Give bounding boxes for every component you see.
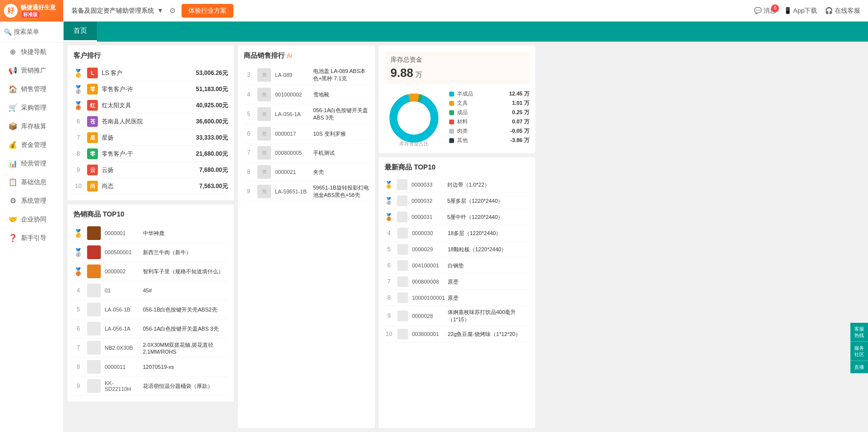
- online-service[interactable]: 🎧 在线客服: [825, 6, 860, 15]
- topbar-right: 💬 消息 6 📱 App下载 🎧 在线客服: [754, 6, 860, 15]
- hot-product-row: 🥈 000500001 新西兰牛肉（新牛）: [73, 243, 228, 262]
- nav-label-guide: 新手引导: [21, 234, 46, 242]
- left-col: 客户排行 🥇 L LS 客户 53,006.26元 🥈 零 零售客户-许 51,…: [68, 46, 234, 428]
- product-name: 12070519-xs: [143, 364, 228, 370]
- customer-rank-row: 8 零 零售客户-于 21,680.00元: [73, 146, 228, 162]
- newest-rank: 4: [385, 230, 393, 237]
- product-code: NB2.0X30B: [105, 345, 139, 351]
- floating-buttons: 客服热线服务社区直播: [850, 323, 868, 373]
- system-dropdown-button[interactable]: ▼: [157, 7, 163, 14]
- customer-rank-row: 🥈 零 零售客户-许 51,183.00元: [73, 81, 228, 97]
- sidebar-item-marketing[interactable]: 📢 营销推广: [0, 61, 63, 80]
- sidebar-search[interactable]: 🔍 搜索菜单: [0, 22, 63, 43]
- nav-icon-inventory: 📦: [8, 122, 17, 131]
- product-code: 0000001: [105, 230, 139, 236]
- settings-button[interactable]: ⚙: [169, 6, 176, 15]
- product-rank-list: 3 图 LA-089 电池盖 LA-089 ABS本色+黑种 7.1克 4 图 …: [244, 65, 369, 202]
- rank-num: 3: [244, 72, 253, 78]
- rank-num: 7: [244, 149, 253, 156]
- messages-badge[interactable]: 💬 消息 6: [754, 6, 777, 15]
- legend-item: 其他 -3.86 万: [449, 137, 529, 144]
- svg-point-1: [393, 97, 434, 139]
- customer-rank-row: 10 尚 尚态 7,563.00元: [73, 178, 228, 194]
- legend-name: 成品: [457, 109, 509, 116]
- newest-product-row: 8 10000100001 原垄: [385, 290, 529, 306]
- sidebar-item-purchase[interactable]: 🛒 采购管理: [0, 98, 63, 117]
- nav-icon-operation: 📊: [8, 159, 17, 168]
- product-name: 45#: [143, 288, 228, 293]
- newest-name: 18多层（1220*2440）: [448, 230, 529, 237]
- legend-name: 其他: [457, 137, 507, 144]
- newest-product-row: 4 0000030 18多层（1220*2440）: [385, 225, 529, 241]
- legend-name: 文具: [457, 99, 509, 107]
- donut-chart: 库存资金占比: [385, 89, 443, 147]
- newest-name: 白钢垫: [448, 262, 529, 269]
- sidebar-item-guide[interactable]: ❓ 新手引导: [0, 229, 63, 247]
- newest-product-row: 🥉 0000031 5厘中纤（1220*2440）: [385, 209, 529, 225]
- sidebar-item-system[interactable]: ⚙ 系统管理: [0, 192, 63, 210]
- product-thumb: 图: [257, 127, 271, 141]
- product-name: 59651-1B旋转投影灯电池盒ABS黑色+58壳: [313, 184, 369, 199]
- legend-item: 成品 0.25 万: [449, 109, 529, 116]
- logo-text: 畅捷通好生意 标准版: [21, 4, 56, 18]
- product-code: 001000002: [275, 92, 309, 97]
- newest-name: 22g鱼豆腐-烧烤味（1*12*20）: [448, 331, 529, 338]
- sidebar-item-operation[interactable]: 📊 经营管理: [0, 154, 63, 173]
- hot-product-row: 6 LA-056-1A 056-1A白色按键开关盖ABS 3壳: [73, 319, 228, 338]
- floating-btn-服务社区[interactable]: 服务社区: [850, 342, 868, 361]
- tab-home[interactable]: 首页: [64, 22, 97, 42]
- trial-button[interactable]: 体验行业方案: [182, 4, 233, 18]
- nav-icon-basic: 📋: [8, 178, 17, 187]
- product-thumb: [87, 322, 101, 336]
- rank-value: 21,680.00元: [196, 150, 228, 158]
- product-rank-row: 4 图 001000002 雪地靴: [244, 85, 369, 104]
- newest-name: 原垄: [448, 278, 529, 286]
- newest-code: 0000031: [411, 214, 443, 220]
- hot-product-row: 7 NB2.0X30B 2.0X30MM双搓花轴,搓花直径2.1MM/ROHS: [73, 338, 228, 358]
- rank-medal: 🥈: [73, 248, 83, 257]
- newest-thumb: [397, 329, 408, 339]
- inventory-title: 库存总资金: [390, 55, 524, 64]
- mobile-icon: 📱: [784, 7, 792, 14]
- product-thumb: [87, 284, 101, 297]
- legend-item: 材料 0.07 万: [449, 118, 529, 125]
- app-download[interactable]: 📱 App下载: [784, 6, 817, 15]
- sidebar-item-inventory[interactable]: 📦 库存核算: [0, 117, 63, 136]
- sidebar-item-basic[interactable]: 📋 基础信息: [0, 173, 63, 192]
- sidebar-item-finance[interactable]: 💰 资金管理: [0, 136, 63, 154]
- product-name: 中华神鹿: [143, 230, 228, 237]
- newest-rank: 6: [385, 262, 393, 269]
- newest-thumb: [397, 228, 408, 239]
- newest-product-row: 7 000800008 原垄: [385, 274, 529, 290]
- floating-btn-直播[interactable]: 直播: [850, 361, 868, 373]
- sidebar-item-quick-nav[interactable]: ⊕ 快捷导航: [0, 43, 63, 61]
- legend-value: 12.45 万: [509, 90, 529, 97]
- rank-value: 36,600.00元: [196, 118, 228, 126]
- product-code: LA-056-1A: [275, 111, 309, 117]
- nav-tabs: 首页: [64, 22, 868, 42]
- hot-products-list: 🥇 0000001 中华神鹿 🥈 000500001 新西兰牛肉（新牛） 🥉 0…: [73, 224, 228, 396]
- floating-btn-客服热线[interactable]: 客服热线: [850, 323, 868, 342]
- hot-products-title: 热销商品 TOP10: [73, 210, 228, 219]
- inventory-unit: 万: [415, 71, 422, 79]
- system-selector[interactable]: 装备及固定资产辅助管理系统 ▼: [71, 6, 163, 15]
- message-count: 6: [771, 4, 779, 12]
- newest-product-row: 🥇 0000033 封边带（1.0*22）: [385, 177, 529, 193]
- newest-thumb: [397, 276, 408, 287]
- rank-medal: 🥇: [385, 181, 393, 189]
- rank-avatar: 星: [87, 132, 98, 143]
- sidebar-item-cooperation[interactable]: 🤝 企业协同: [0, 210, 63, 229]
- nav-label-cooperation: 企业协同: [21, 215, 46, 224]
- search-menu-button[interactable]: 🔍 搜索菜单: [4, 25, 59, 38]
- legend-value: 0.07 万: [512, 118, 529, 125]
- topbar: 装备及固定资产辅助管理系统 ▼ ⚙ 体验行业方案 💬 消息 6 📱 App下载 …: [64, 0, 868, 22]
- nav-label-quick-nav: 快捷导航: [21, 48, 46, 56]
- nav-icon-system: ⚙: [8, 196, 17, 205]
- sidebar-item-sales[interactable]: 🏠 销售管理: [0, 80, 63, 98]
- product-thumb: [87, 264, 101, 278]
- product-rank-row: 6 图 0000017 10S 变利罗猴: [244, 124, 369, 144]
- sidebar: 好 畅捷通好生意 标准版 🔍 搜索菜单 ⊕ 快捷导航📢 营销推广🏠 销售管理🛒 …: [0, 0, 64, 432]
- product-thumb: [87, 360, 101, 374]
- nav-icon-purchase: 🛒: [8, 103, 17, 112]
- product-code: 0000017: [275, 131, 309, 137]
